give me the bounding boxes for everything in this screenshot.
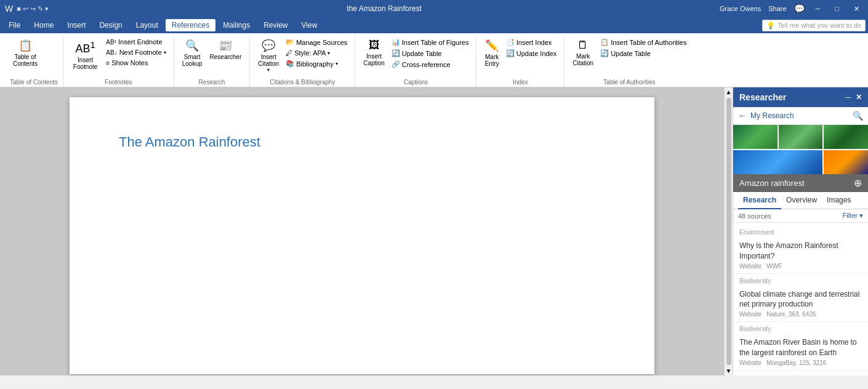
cross-reference-button[interactable]: 🔗 Cross-reference bbox=[389, 59, 472, 70]
researcher-minimize-button[interactable]: ─ bbox=[845, 93, 851, 102]
mark-entry-button[interactable]: ✏️ MarkEntry bbox=[481, 37, 502, 69]
source-item-mongabay[interactable]: The Amazon River Basin is home to the la… bbox=[733, 334, 868, 371]
filter-dropdown-icon: ▾ bbox=[859, 212, 863, 219]
mark-citation-button[interactable]: 🗒 MarkCitation bbox=[569, 37, 597, 68]
amazon-image-3[interactable] bbox=[824, 125, 868, 149]
insert-index-button[interactable]: 📑 Insert Index bbox=[504, 37, 559, 47]
vertical-scrollbar[interactable]: ▲ ▼ bbox=[724, 87, 733, 375]
insert-table-figures-button[interactable]: 📊 Insert Table of Figures bbox=[389, 37, 472, 47]
category-environment: Environment bbox=[733, 225, 868, 237]
source-name-wwf: WWF bbox=[766, 263, 782, 270]
manage-sources-label: Manage Sources bbox=[296, 39, 347, 46]
share-button[interactable]: Share bbox=[768, 5, 786, 12]
back-button[interactable]: ← bbox=[738, 111, 747, 121]
citations-buttons: 💬 InsertCitation ▾ 📂 Manage Sources 🖊 St… bbox=[255, 37, 350, 78]
scroll-down-button[interactable]: ▼ bbox=[725, 366, 733, 375]
update-index-label: Update Index bbox=[516, 50, 557, 57]
amazon-image-5[interactable] bbox=[824, 150, 868, 174]
next-footnote-icon: AB↓ bbox=[106, 49, 117, 56]
citation-dropdown-icon[interactable]: ▾ bbox=[267, 67, 270, 73]
amazon-image-4[interactable] bbox=[733, 150, 822, 174]
menu-file[interactable]: File bbox=[2, 19, 26, 31]
researcher-search-button[interactable]: 🔍 bbox=[853, 111, 863, 121]
table-of-contents-button[interactable]: 📋 Table ofContents bbox=[10, 37, 41, 69]
update-index-button[interactable]: 🔄 Update Index bbox=[504, 48, 559, 58]
mark-entry-label: MarkEntry bbox=[484, 54, 499, 67]
document-title-heading[interactable]: The Amazon Rainforest bbox=[119, 134, 605, 150]
insert-caption-label: InsertCaption bbox=[363, 53, 384, 66]
tab-overview[interactable]: Overview bbox=[781, 192, 822, 209]
endnote-icon: AB¹ bbox=[106, 39, 116, 46]
mark-citation-label: MarkCitation bbox=[573, 53, 593, 66]
restore-button[interactable]: □ bbox=[831, 4, 843, 14]
source-type-wwf: Website bbox=[739, 263, 762, 270]
bibliography-dropdown-icon[interactable]: ▾ bbox=[336, 61, 338, 66]
menu-references[interactable]: References bbox=[166, 19, 215, 31]
next-footnote-button[interactable]: AB↓ Next Footnote ▾ bbox=[103, 47, 168, 57]
bibliography-icon: 📚 bbox=[286, 60, 294, 68]
title-bar-left: W ■ ↩ ↪ ✎ ▾ bbox=[5, 4, 49, 14]
smart-lookup-button[interactable]: 🔍 SmartLookup bbox=[179, 37, 206, 69]
update-table-button[interactable]: 🔄 Update Table bbox=[389, 48, 472, 58]
bibliography-button[interactable]: 📚 Bibliography ▾ bbox=[283, 58, 350, 69]
manage-sources-button[interactable]: 📂 Manage Sources bbox=[283, 37, 350, 47]
tell-me-input[interactable]: 💡 Tell me what you want to do bbox=[762, 20, 866, 31]
mark-entry-icon: ✏️ bbox=[485, 39, 499, 52]
tab-images[interactable]: Images bbox=[822, 192, 856, 209]
insert-index-label: Insert Index bbox=[516, 39, 552, 46]
smart-lookup-icon: 🔍 bbox=[185, 39, 199, 52]
sources-list: Environment Why is the Amazon Rainforest… bbox=[733, 223, 868, 375]
authorities-col: 📋 Insert Table of Authorities 🔄 Update T… bbox=[598, 37, 689, 58]
amazon-image-2[interactable] bbox=[779, 125, 823, 149]
style-icon: 🖊 bbox=[286, 49, 292, 57]
menu-design[interactable]: Design bbox=[93, 19, 128, 31]
manage-sources-icon: 📂 bbox=[286, 38, 294, 46]
lightbulb-icon: 💡 bbox=[766, 22, 775, 30]
comments-button[interactable]: 💬 bbox=[794, 4, 805, 14]
menu-review[interactable]: Review bbox=[257, 19, 294, 31]
menu-home[interactable]: Home bbox=[28, 19, 60, 31]
insert-caption-button[interactable]: 🖼 InsertCaption bbox=[360, 37, 387, 68]
menu-layout[interactable]: Layout bbox=[130, 19, 164, 31]
scroll-up-button[interactable]: ▲ bbox=[725, 87, 733, 97]
style-button[interactable]: 🖊 Style: APA ▾ bbox=[283, 48, 350, 58]
toc-icon: 📋 bbox=[18, 39, 32, 52]
insert-citation-button[interactable]: 💬 InsertCitation ▾ bbox=[255, 37, 282, 74]
amazon-image-1[interactable] bbox=[733, 125, 778, 149]
show-notes-button[interactable]: ≡ Show Notes bbox=[103, 58, 168, 68]
toc-label: Table ofContents bbox=[13, 54, 38, 67]
minimize-button[interactable]: ─ bbox=[812, 4, 824, 14]
source-title-mongabay: The Amazon River Basin is home to the la… bbox=[739, 337, 862, 358]
amazon-search-topic: Amazon rainforest bbox=[739, 178, 805, 188]
researcher-panel: Researcher ─ ✕ ← My Research 🔍 Amazon ra… bbox=[733, 87, 868, 375]
ribbon-group-index: ✏️ MarkEntry 📑 Insert Index 🔄 Update Ind… bbox=[476, 36, 565, 87]
researcher-button[interactable]: 📰 Researcher bbox=[207, 37, 245, 62]
ribbon-group-footnotes: AB1 InsertFootnote AB¹ Insert Endnote AB… bbox=[63, 36, 174, 87]
menu-insert[interactable]: Insert bbox=[61, 19, 92, 31]
insert-footnote-button[interactable]: AB1 InsertFootnote bbox=[68, 37, 102, 73]
dropdown-icon[interactable]: ▾ bbox=[164, 50, 166, 55]
filter-button[interactable]: Filter ▾ bbox=[842, 212, 863, 220]
insert-endnote-label: Insert Endnote bbox=[118, 38, 163, 46]
source-item-wwf[interactable]: Why is the Amazon Rainforest Important? … bbox=[733, 237, 868, 274]
close-button[interactable]: ✕ bbox=[850, 4, 863, 14]
insert-authorities-button[interactable]: 📋 Insert Table of Authorities bbox=[598, 37, 689, 47]
insert-endnote-button[interactable]: AB¹ Insert Endnote bbox=[103, 37, 168, 47]
authorities-group-label: Table of Authorities bbox=[569, 78, 689, 86]
show-notes-label: Show Notes bbox=[111, 59, 148, 66]
scroll-thumb[interactable] bbox=[726, 98, 731, 365]
ribbon-group-citations: 💬 InsertCitation ▾ 📂 Manage Sources 🖊 St… bbox=[250, 36, 355, 87]
source-meta-nature: Website Nature, 363, 6426 bbox=[739, 311, 862, 318]
insert-index-icon: 📑 bbox=[506, 38, 515, 46]
source-name-mongabay: MongaBay, 125, 3216 bbox=[766, 359, 826, 366]
researcher-close-button[interactable]: ✕ bbox=[856, 93, 862, 102]
source-item-nature[interactable]: Global climate change and terrestrial ne… bbox=[733, 286, 868, 323]
menu-mailings[interactable]: Mailings bbox=[217, 19, 256, 31]
style-dropdown-icon[interactable]: ▾ bbox=[328, 50, 330, 56]
captions-group-label: Captions bbox=[360, 78, 471, 86]
menu-view[interactable]: View bbox=[295, 19, 324, 31]
source-type-nature: Website bbox=[739, 311, 762, 318]
update-table2-button[interactable]: 🔄 Update Table bbox=[598, 48, 689, 58]
add-topic-button[interactable]: ⊕ bbox=[854, 177, 862, 189]
tab-research[interactable]: Research bbox=[738, 192, 781, 209]
